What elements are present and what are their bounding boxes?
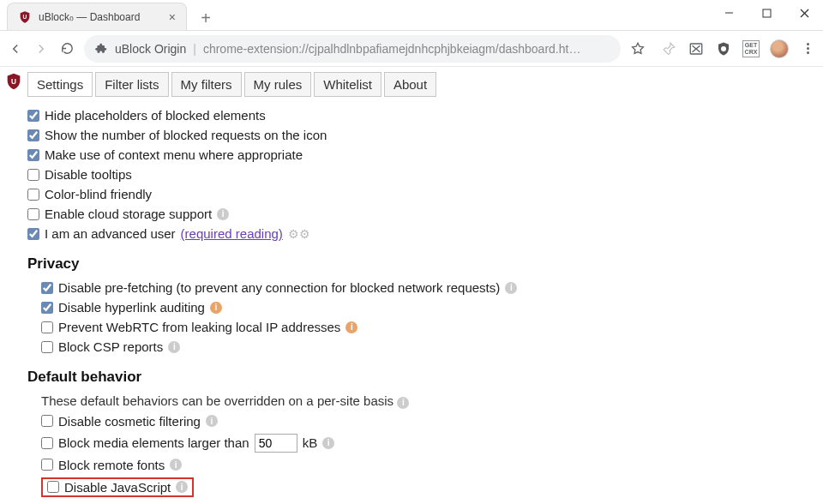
opt-disable-tooltips[interactable]: Disable tooltips [27, 165, 816, 184]
noscript-icon[interactable] [688, 40, 705, 57]
pushpin-icon[interactable] [660, 40, 677, 57]
get-crx-icon[interactable]: GET CRX [742, 40, 760, 57]
dashboard: U Settings Filter lists My filters My ru… [0, 67, 823, 504]
info-icon[interactable]: i [322, 437, 334, 449]
media-size-input[interactable] [255, 434, 297, 453]
opt-label: Disable tooltips [45, 167, 132, 182]
tab-filter-lists[interactable]: Filter lists [95, 72, 168, 97]
opt-show-number[interactable]: Show the number of blocked requests on t… [27, 125, 816, 145]
opt-advanced-user[interactable]: I am an advanced user (required reading)… [27, 224, 816, 243]
media-unit: kB [303, 435, 318, 450]
info-icon[interactable]: i [176, 481, 188, 493]
checkbox-cloud-storage[interactable] [27, 208, 39, 220]
checkbox-show-number[interactable] [27, 129, 39, 141]
minimize-button[interactable] [710, 0, 748, 26]
window-controls [710, 0, 823, 26]
note-text: These default behaviors can be overridde… [41, 393, 393, 408]
section-privacy-heading: Privacy [27, 255, 816, 273]
opt-label: Hide placeholders of blocked elements [45, 108, 266, 123]
info-icon[interactable]: i [505, 282, 517, 294]
opt-block-media[interactable]: Block media elements larger than kB i [41, 431, 816, 455]
opt-context-menu[interactable]: Make use of context menu where appropria… [27, 145, 816, 165]
cogs-icon[interactable]: ⚙⚙ [288, 227, 310, 241]
svg-rect-2 [763, 9, 771, 17]
dashboard-logo-column: U [0, 67, 27, 504]
dashboard-content[interactable]: Settings Filter lists My filters My rule… [27, 67, 823, 504]
checkbox-hide-placeholders[interactable] [27, 110, 39, 122]
svg-point-8 [721, 46, 726, 51]
opt-hyperlink-auditing[interactable]: Disable hyperlink auditing i [41, 297, 816, 317]
opt-label: Block remote fonts [58, 458, 165, 472]
opt-hide-placeholders[interactable]: Hide placeholders of blocked elements [27, 105, 816, 125]
tab-my-filters[interactable]: My filters [171, 72, 242, 97]
checkbox-disable-tooltips[interactable] [27, 169, 39, 181]
checkbox-advanced-user[interactable] [27, 228, 39, 240]
checkbox-pre-fetching[interactable] [41, 282, 53, 294]
checkbox-color-blind[interactable] [27, 189, 39, 201]
opt-label: Disable cosmetic filtering [58, 414, 201, 429]
ublock-ext-icon[interactable] [715, 40, 732, 57]
back-button[interactable] [7, 40, 24, 57]
window-titlebar: U uBlock₀ — Dashboard × + [0, 0, 823, 31]
required-reading-link[interactable]: (required reading) [181, 226, 283, 241]
opt-label: Color-blind friendly [45, 187, 152, 201]
tab-settings[interactable]: Settings [27, 72, 93, 97]
svg-text:U: U [11, 78, 16, 86]
star-icon[interactable] [629, 40, 646, 57]
opt-label: Prevent WebRTC from leaking local IP add… [58, 320, 340, 334]
opt-label: Disable pre-fetching (to prevent any con… [58, 280, 500, 295]
browser-toolbar: uBlock Origin | chrome-extension://cjpal… [0, 31, 823, 67]
omnibox-url: chrome-extension://cjpalhdlnbpafiamejdnh… [203, 42, 581, 56]
checkbox-block-media[interactable] [41, 437, 53, 449]
tab-whitelist[interactable]: Whitelist [314, 72, 381, 97]
opt-label: Disable JavaScript [64, 480, 171, 495]
opt-cloud-storage[interactable]: Enable cloud storage support i [27, 204, 816, 224]
opt-label: Make use of context menu where appropria… [45, 147, 303, 162]
info-icon[interactable]: i [168, 341, 180, 353]
ublock-shield-icon: U [4, 72, 23, 93]
close-window-button[interactable] [785, 0, 823, 26]
checkbox-csp[interactable] [41, 341, 53, 353]
forward-button[interactable] [33, 40, 50, 57]
new-tab-button[interactable]: + [194, 6, 218, 30]
opt-label: Block media elements larger than [58, 435, 249, 450]
maximize-button[interactable] [748, 0, 785, 26]
opt-label: Block CSP reports [58, 339, 163, 354]
checkbox-context-menu[interactable] [27, 149, 39, 161]
info-icon[interactable]: i [217, 208, 229, 220]
tab-about[interactable]: About [384, 72, 436, 97]
omnibox-divider: | [193, 42, 196, 56]
checkbox-remote-fonts[interactable] [41, 459, 53, 471]
opt-label: Enable cloud storage support [45, 207, 212, 221]
extension-icon [94, 42, 108, 56]
browser-tab[interactable]: U uBlock₀ — Dashboard × [7, 3, 187, 30]
info-icon[interactable]: i [206, 415, 218, 427]
section-default-behavior-heading: Default behavior [27, 369, 816, 386]
warning-icon[interactable]: i [210, 302, 222, 314]
profile-avatar[interactable] [770, 39, 789, 58]
tab-my-rules[interactable]: My rules [244, 72, 312, 97]
opt-disable-javascript[interactable]: Disable JavaScript i [41, 477, 194, 497]
checkbox-webrtc[interactable] [41, 321, 53, 333]
default-behavior-note: These default behaviors can be overridde… [41, 391, 816, 411]
omnibox-title: uBlock Origin [115, 42, 186, 56]
checkbox-cosmetic-filtering[interactable] [41, 415, 53, 427]
checkbox-hyperlink-auditing[interactable] [41, 302, 53, 314]
checkbox-disable-javascript[interactable] [47, 481, 59, 493]
opt-remote-fonts[interactable]: Block remote fonts i [41, 455, 816, 475]
opt-cosmetic-filtering[interactable]: Disable cosmetic filtering i [41, 411, 816, 431]
address-bar[interactable]: uBlock Origin | chrome-extension://cjpal… [84, 35, 621, 63]
opt-color-blind[interactable]: Color-blind friendly [27, 184, 816, 204]
info-icon[interactable]: i [170, 459, 182, 471]
dashboard-tabs: Settings Filter lists My filters My rule… [27, 72, 816, 97]
reload-button[interactable] [58, 40, 75, 57]
section-privacy: Disable pre-fetching (to prevent any con… [27, 278, 816, 357]
opt-pre-fetching[interactable]: Disable pre-fetching (to prevent any con… [41, 278, 816, 297]
close-icon[interactable]: × [169, 10, 176, 24]
browser-menu-button[interactable] [799, 43, 816, 54]
info-icon[interactable]: i [397, 397, 409, 409]
opt-webrtc[interactable]: Prevent WebRTC from leaking local IP add… [41, 317, 816, 337]
warning-icon[interactable]: i [345, 321, 357, 333]
opt-csp[interactable]: Block CSP reports i [41, 337, 816, 357]
ublock-shield-icon: U [18, 10, 32, 24]
